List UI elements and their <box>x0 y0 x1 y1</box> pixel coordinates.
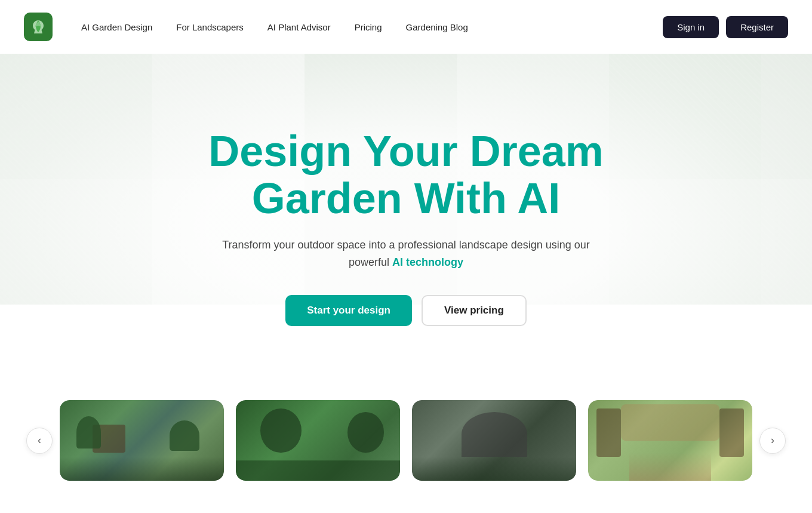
view-pricing-button[interactable]: View pricing <box>422 295 527 326</box>
signin-button[interactable]: Sign in <box>663 16 719 38</box>
nav-ai-garden-design[interactable]: AI Garden Design <box>81 22 152 32</box>
hero-title-line2: Garden With AI <box>252 174 561 222</box>
navbar: AI Garden Design For Landscapers AI Plan… <box>0 0 812 54</box>
nav-pricing[interactable]: Pricing <box>355 22 382 32</box>
nav-gardening-blog[interactable]: Gardening Blog <box>406 22 468 32</box>
carousel-card-1 <box>60 400 224 481</box>
hero-section: Design Your Dream Garden With AI Transfo… <box>0 54 812 400</box>
logo-icon <box>24 13 53 41</box>
nav-links: AI Garden Design For Landscapers AI Plan… <box>81 22 663 32</box>
carousel-section: ‹ <box>0 400 812 505</box>
carousel-prev-button[interactable]: ‹ <box>26 428 53 454</box>
carousel-card-3 <box>412 400 576 481</box>
hero-subtitle: Transform your outdoor space into a prof… <box>221 236 591 271</box>
carousel-track <box>60 400 752 481</box>
register-button[interactable]: Register <box>726 16 788 38</box>
carousel-card-4 <box>588 400 752 481</box>
carousel-card-2 <box>236 400 400 481</box>
start-design-button[interactable]: Start your design <box>285 295 412 326</box>
nav-ai-plant-advisor[interactable]: AI Plant Advisor <box>267 22 331 32</box>
hero-title: Design Your Dream Garden With AI <box>208 128 604 222</box>
carousel-next-button[interactable]: › <box>759 428 786 454</box>
hero-ai-link[interactable]: AI technology <box>392 256 463 268</box>
logo[interactable] <box>24 13 53 41</box>
nav-for-landscapers[interactable]: For Landscapers <box>176 22 244 32</box>
nav-actions: Sign in Register <box>663 16 788 38</box>
hero-title-line1: Design Your Dream <box>208 127 604 175</box>
hero-content: Design Your Dream Garden With AI Transfo… <box>208 128 604 326</box>
hero-buttons: Start your design View pricing <box>285 295 527 326</box>
